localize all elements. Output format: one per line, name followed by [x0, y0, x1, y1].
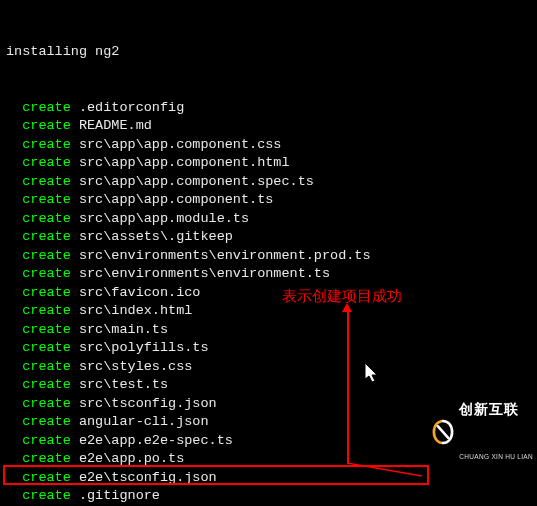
annotation-arrow-line [347, 308, 349, 464]
file-line: create src\app\app.component.html [6, 154, 531, 173]
file-path: src\app\app.component.ts [79, 192, 273, 207]
action-label: create [22, 285, 71, 300]
action-label: create [22, 229, 71, 244]
watermark-logo-icon [430, 419, 456, 445]
action-label: create [22, 248, 71, 263]
action-label: create [22, 396, 71, 411]
file-line: create src\app\app.component.spec.ts [6, 173, 531, 192]
file-line: create src\environments\environment.ts [6, 265, 531, 284]
file-line: create src\assets\.gitkeep [6, 228, 531, 247]
file-path: angular-cli.json [79, 414, 209, 429]
file-line: create src\index.html [6, 302, 531, 321]
action-label: create [22, 433, 71, 448]
file-path: src\app\app.component.css [79, 137, 282, 152]
action-label: create [22, 359, 71, 374]
watermark-text: 创新互联 CHUANG XIN HU LIAN [459, 365, 533, 498]
file-path: src\main.ts [79, 322, 168, 337]
file-line: create src\polyfills.ts [6, 339, 531, 358]
action-label: create [22, 192, 71, 207]
action-label: create [22, 100, 71, 115]
file-path: src\index.html [79, 303, 192, 318]
file-path: .editorconfig [79, 100, 184, 115]
file-path: README.md [79, 118, 152, 133]
file-line: create src\app\app.component.ts [6, 191, 531, 210]
annotation-arrow-diag [347, 463, 427, 477]
file-path: src\environments\environment.prod.ts [79, 248, 371, 263]
file-path: src\test.ts [79, 377, 168, 392]
action-label: create [22, 155, 71, 170]
file-path: e2e\app.po.ts [79, 451, 184, 466]
action-label: create [22, 118, 71, 133]
action-label: create [22, 340, 71, 355]
file-path: src\tsconfig.json [79, 396, 217, 411]
action-label: create [22, 303, 71, 318]
file-path: e2e\tsconfig.json [79, 470, 217, 485]
file-path: src\app\app.module.ts [79, 211, 249, 226]
action-label: create [22, 137, 71, 152]
svg-line-1 [438, 426, 448, 438]
svg-line-0 [347, 463, 422, 476]
file-path: src\app\app.component.html [79, 155, 290, 170]
file-line: create src\app\app.module.ts [6, 210, 531, 229]
file-path: src\app\app.component.spec.ts [79, 174, 314, 189]
action-label: create [22, 322, 71, 337]
file-line: create README.md [6, 117, 531, 136]
file-path: src\polyfills.ts [79, 340, 209, 355]
file-path: src\environments\environment.ts [79, 266, 330, 281]
file-path: e2e\app.e2e-spec.ts [79, 433, 233, 448]
file-path: src\assets\.gitkeep [79, 229, 233, 244]
action-label: create [22, 174, 71, 189]
action-label: create [22, 211, 71, 226]
file-line: create src\app\app.component.css [6, 136, 531, 155]
action-label: create [22, 266, 71, 281]
action-label: create [22, 377, 71, 392]
file-line: create .editorconfig [6, 99, 531, 118]
file-line: create src\main.ts [6, 321, 531, 340]
action-label: create [22, 414, 71, 429]
watermark: 创新互联 CHUANG XIN HU LIAN [430, 365, 533, 498]
file-path: .gitignore [79, 488, 160, 503]
header-line: installing ng2 [6, 43, 531, 62]
terminal-output: installing ng2 create .editorconfig crea… [0, 0, 537, 506]
file-path: src\styles.css [79, 359, 192, 374]
watermark-py: CHUANG XIN HU LIAN [459, 453, 533, 461]
file-path: src\favicon.ico [79, 285, 201, 300]
action-label: create [22, 488, 71, 503]
file-line: create src\favicon.ico [6, 284, 531, 303]
action-label: create [22, 470, 71, 485]
action-label: create [22, 451, 71, 466]
watermark-cn: 创新互联 [459, 402, 533, 416]
file-line: create src\environments\environment.prod… [6, 247, 531, 266]
